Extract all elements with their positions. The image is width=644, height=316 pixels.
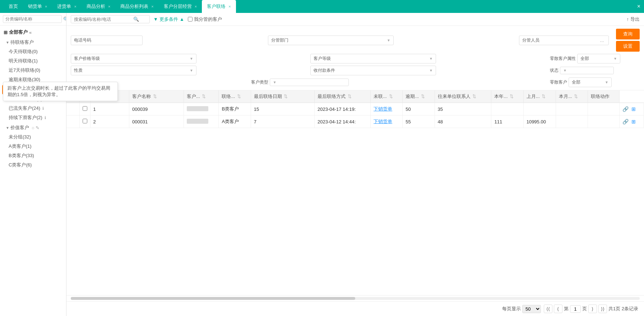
nav-customer-tier[interactable]: 客户分层经营 × [159,0,202,13]
sidebar-item-churned[interactable]: 已流失客户(24) ℹ [0,104,66,113]
query-button[interactable]: 查询 [616,29,640,39]
sidebar-item-declining[interactable]: 持续下滑客户(2) ℹ [0,113,66,122]
sidebar-item-today[interactable]: 今天待联络(0) [0,47,66,56]
nav-sales-order[interactable]: 销货单 × [23,0,52,13]
chevron-down-icon: ▼ [429,69,433,72]
close-icon[interactable]: × [45,4,47,9]
contact-link-icon[interactable]: 🔗 [622,106,629,112]
edit-icon[interactable]: ✎ [36,125,40,131]
status-field[interactable]: ▼ [560,67,614,74]
col-this-year[interactable]: 本年... ⇅ [491,90,523,103]
col-last-month[interactable]: 上月... ⇅ [523,90,556,103]
col-last-contact-date[interactable]: 最后联络日期 ⇅ [251,90,314,103]
contact-grid-icon[interactable]: ⊞ [631,119,636,124]
col-uncontacted[interactable]: 未联... ⇅ [371,90,403,103]
collapse-icon: « [29,30,32,35]
sidebar-item-class-b[interactable]: B类客户(33) [0,151,66,160]
settings-button[interactable]: 设置 [616,41,640,52]
customer-table: ⚙ 客户编码 ⇅ 客户名称 ⇅ 客户... ⇅ 联络... ⇅ 最后联络日期 ⇅… [66,90,644,128]
search-icon[interactable]: 🔍 [133,16,139,22]
row-contact-count: 7 [251,115,314,128]
price-grade-field[interactable]: 客户价格等级 ▼ [71,54,196,63]
col-last-contact-method[interactable]: 最后联络方式 ⇅ [315,90,371,103]
nav-customer-contact[interactable]: 客户联络 × [202,0,236,13]
search-input[interactable] [74,17,131,22]
scroll-track[interactable] [71,297,640,300]
per-page-area: 每页显示 50 100 200 [502,305,541,313]
horizontal-scrollbar[interactable] [66,295,644,301]
nav-purchase-order[interactable]: 进货单 × [52,0,81,13]
row-grade: B类客户 [219,103,251,115]
col-grade[interactable]: 客户... ⇅ [184,90,219,103]
close-icon[interactable]: × [195,4,197,9]
sidebar-search-input[interactable] [3,15,62,23]
per-page-select[interactable]: 50 100 200 [522,305,541,313]
my-customers-checkbox-area: 我分管的客户 [188,16,222,23]
sidebar-group-value: ▼ 价值客户 ○ ✎ 未分组(32) A类客户(1) B类客户(33) C类客户… [0,122,66,170]
retail-attr-field[interactable]: 全部 ▼ [577,54,620,63]
chevron-down-icon: ▼ [190,69,193,72]
row-checkbox[interactable] [83,119,87,123]
row-this-month [588,103,619,115]
col-contact-count[interactable]: 联络... ⇅ [219,90,251,103]
next-page-button[interactable]: ⟩ [588,305,597,313]
row-contacts: 111 [491,115,523,128]
close-icon[interactable]: × [151,4,153,9]
sidebar-group-pending-label[interactable]: ▼ 待联络客户 [0,38,66,47]
col-this-month[interactable]: 本月... ⇅ [556,90,588,103]
close-icon[interactable]: × [108,4,110,9]
sort-icon: ⇅ [284,94,288,99]
close-all-button[interactable]: × [637,3,640,10]
more-icon[interactable]: ... [600,37,604,43]
search-icon[interactable]: 🔍 [63,16,66,22]
sidebar-group-value-label[interactable]: ▼ 价值客户 ○ ✎ [0,123,66,132]
contact-grid-icon[interactable]: ⊞ [631,106,636,112]
payment-field[interactable]: 收付款条件 ▼ [310,66,436,75]
my-customers-checkbox[interactable] [188,17,193,22]
col-overdue[interactable]: 逾期... ⇅ [403,90,435,103]
contact-link-icon[interactable]: 🔗 [622,119,629,124]
sidebar-item-7days[interactable]: 近7天待联络(0) [0,66,66,75]
grid-icon: ⊞ [4,30,8,35]
row-checkbox[interactable] [83,106,87,111]
retail-customer-field[interactable]: 全部 ▼ [569,77,612,87]
row-last-method: 下销货单 [371,115,403,128]
first-page-button[interactable]: ⟨⟨ [544,305,552,313]
close-icon[interactable]: × [74,4,76,9]
row-last-method: 下销货单 [371,103,403,115]
info-icon: ℹ [42,106,44,110]
customer-type-field[interactable]: ▼ [270,79,349,86]
scroll-thumb[interactable] [71,297,355,300]
row-code: 000039 [129,103,184,115]
sidebar-item-tomorrow[interactable]: 明天待联络(1) [0,56,66,66]
last-method-link[interactable]: 下销货单 [374,106,392,112]
close-icon[interactable]: × [228,4,231,9]
gender-field[interactable]: 性质 ▼ [71,66,196,75]
row-num: 2 [90,115,129,128]
row-last-month [556,115,588,128]
phone-field[interactable]: 电话号码 [71,36,143,45]
sidebar-item-ungroup[interactable]: 未分组(32) [0,132,66,142]
advanced-filter: 电话号码 分管部门 ▼ 分管人员 ... 查询 设置 [66,26,644,90]
sidebar-search-area: 🔍 [0,13,66,25]
row-uncontacted: 55 [403,115,435,128]
export-button[interactable]: ↑ 导出 [627,16,640,23]
nav-home[interactable]: 首页 [4,0,23,13]
prev-page-button[interactable]: ⟨ [554,305,562,313]
manager-field[interactable]: 分管人员 ... [519,36,609,45]
col-contacts[interactable]: 往来单位联系人 ⇅ [435,90,491,103]
more-conditions-button[interactable]: ▼ 更多条件 ▲ [153,16,184,23]
grade-field[interactable]: 客户等级 ▼ [310,54,436,63]
sidebar-item-class-c[interactable]: C类客户(6) [0,160,66,170]
last-method-link[interactable]: 下销货单 [374,119,392,124]
col-name[interactable]: 客户名称 ⇅ [129,90,184,103]
last-page-button[interactable]: ⟩⟩ [598,305,607,313]
info-icon: ℹ [45,115,46,120]
dept-field[interactable]: 分管部门 ▼ [268,36,394,45]
nav-product-analysis-list[interactable]: 商品分析列表 × [115,0,158,13]
page-number-input[interactable] [570,305,581,313]
nav-product-analysis[interactable]: 商品分析 × [82,0,115,13]
sidebar-all-customers[interactable]: ⊞ 全部客户 « [0,28,66,37]
sidebar-item-class-a[interactable]: A类客户(1) [0,142,66,151]
filter-icon: ▼ [153,16,158,22]
